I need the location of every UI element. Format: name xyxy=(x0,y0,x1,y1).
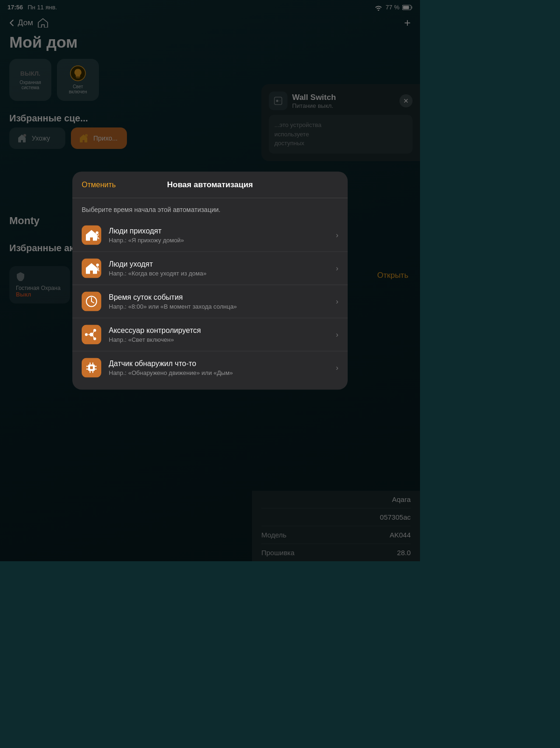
people-arrive-icon xyxy=(82,226,101,245)
time-name: Время суток события xyxy=(109,293,329,302)
sensor-name: Датчик обнаружил что-то xyxy=(109,360,329,368)
automation-item-people-arrive[interactable]: Люди приходят Напр.: «Я прихожу домой» › xyxy=(72,219,348,252)
sensor-desc: Напр.: «Обнаружено движение» или «Дым» xyxy=(109,369,329,376)
people-leave-desc: Напр.: «Когда все уходят из дома» xyxy=(109,270,329,277)
automation-list: Люди приходят Напр.: «Я прихожу домой» › xyxy=(72,217,348,390)
sensor-detected-text: Датчик обнаружил что-то Напр.: «Обнаруже… xyxy=(109,360,329,376)
people-arrive-chevron: › xyxy=(336,231,338,240)
time-desc: Напр.: «8:00» или «В момент захода солнц… xyxy=(109,303,329,310)
people-arrive-text: Люди приходят Напр.: «Я прихожу домой» xyxy=(109,227,329,244)
time-of-day-text: Время суток события Напр.: «8:00» или «В… xyxy=(109,293,329,310)
modal-sheet: Отменить Новая автоматизация Выберите вр… xyxy=(72,172,348,390)
accessory-controlled-text: Аксессуар контролируется Напр.: «Свет вк… xyxy=(109,326,329,343)
modal-title: Новая автоматизация xyxy=(167,180,253,190)
time-chevron: › xyxy=(336,297,338,306)
svg-rect-35 xyxy=(90,367,93,369)
time-icon xyxy=(82,292,101,311)
automation-item-accessory[interactable]: Аксессуар контролируется Напр.: «Свет вк… xyxy=(72,318,348,352)
automation-item-people-leave[interactable]: Люди уходят Напр.: «Когда все уходят из … xyxy=(72,252,348,285)
people-leave-name: Люди уходят xyxy=(109,260,329,268)
people-arrive-desc: Напр.: «Я прихожу домой» xyxy=(109,237,329,244)
cancel-button[interactable]: Отменить xyxy=(82,181,116,189)
modal-header: Отменить Новая автоматизация xyxy=(72,172,348,198)
modal-instruction: Выберите время начала этой автоматизации… xyxy=(72,198,348,217)
people-leave-text: Люди уходят Напр.: «Когда все уходят из … xyxy=(109,260,329,277)
people-leave-chevron: › xyxy=(336,264,338,273)
automation-item-time[interactable]: Время суток события Напр.: «8:00» или «В… xyxy=(72,285,348,318)
accessory-icon xyxy=(82,325,101,345)
sensor-chevron: › xyxy=(336,364,338,372)
people-leave-icon xyxy=(82,259,101,278)
accessory-desc: Напр.: «Свет включен» xyxy=(109,336,329,343)
svg-point-14 xyxy=(96,264,99,267)
accessory-chevron: › xyxy=(336,331,338,339)
svg-point-19 xyxy=(85,333,88,336)
sensor-icon xyxy=(82,358,101,378)
automation-item-sensor[interactable]: Датчик обнаружил что-то Напр.: «Обнаруже… xyxy=(72,352,348,384)
accessory-name: Аксессуар контролируется xyxy=(109,326,329,335)
svg-point-12 xyxy=(96,232,98,234)
people-arrive-name: Люди приходят xyxy=(109,227,329,235)
